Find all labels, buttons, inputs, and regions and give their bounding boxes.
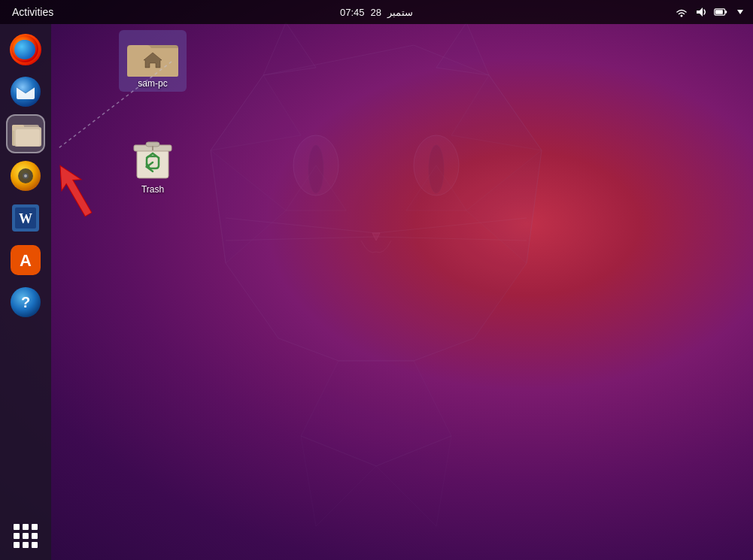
dock-item-firefox[interactable] [6,30,45,69]
topbar-center: 07:45 28 ستمبر [340,7,413,18]
app-grid-icon [14,524,38,548]
svg-text:W: W [19,211,32,226]
clock-date: 28 [371,7,381,18]
sound-icon[interactable] [694,5,708,19]
svg-point-27 [11,35,38,62]
svg-text:?: ? [21,294,30,310]
svg-point-29 [11,77,41,107]
topbar-left: Activities [6,0,59,24]
desktop-icons-area: sam-pc Tra [51,24,753,560]
svg-point-38 [24,174,27,177]
svg-rect-24 [725,11,727,13]
thunderbird-icon [9,75,42,108]
dock-item-files[interactable] [6,114,45,153]
svg-point-28 [16,40,32,56]
sam-pc-label: sam-pc [138,78,167,89]
rhythmbox-icon [9,159,42,192]
svg-text:A: A [20,251,32,270]
dock-item-appcenter[interactable]: A [6,241,45,280]
firefox-icon [10,34,41,65]
network-icon[interactable] [675,5,688,19]
battery-icon[interactable] [714,5,727,19]
svg-rect-34 [16,129,40,146]
clock-month: ستمبر [387,7,413,18]
desktop: Activities 07:45 28 ستمبر [0,0,753,560]
topbar: Activities 07:45 28 ستمبر [0,0,753,24]
folder-icon [126,33,180,77]
activities-label: Activities [12,6,53,18]
dock-item-writer[interactable]: W [6,198,45,238]
help-icon: ? [9,286,42,319]
trash-label: Trash [141,184,164,195]
svg-marker-26 [737,10,743,14]
svg-rect-25 [715,10,723,14]
dock-item-thunderbird[interactable] [6,72,45,111]
appcenter-icon: A [9,244,42,277]
svg-point-21 [681,15,683,17]
clock-time: 07:45 [340,7,365,18]
desktop-icon-trash[interactable]: Trash [119,133,187,198]
writer-icon: W [9,201,42,235]
topbar-right [675,5,747,19]
dock-item-help[interactable]: ? [6,283,45,322]
show-applications-button[interactable] [6,521,45,551]
activities-button[interactable]: Activities [6,0,59,24]
desktop-icon-sam-pc[interactable]: sam-pc [119,30,187,92]
dock-item-rhythmbox[interactable] [6,156,45,195]
system-menu-icon[interactable] [733,5,747,19]
svg-marker-22 [697,8,703,17]
dock: W A ? [0,24,51,560]
trash-icon [129,136,176,183]
files-icon [9,117,42,150]
